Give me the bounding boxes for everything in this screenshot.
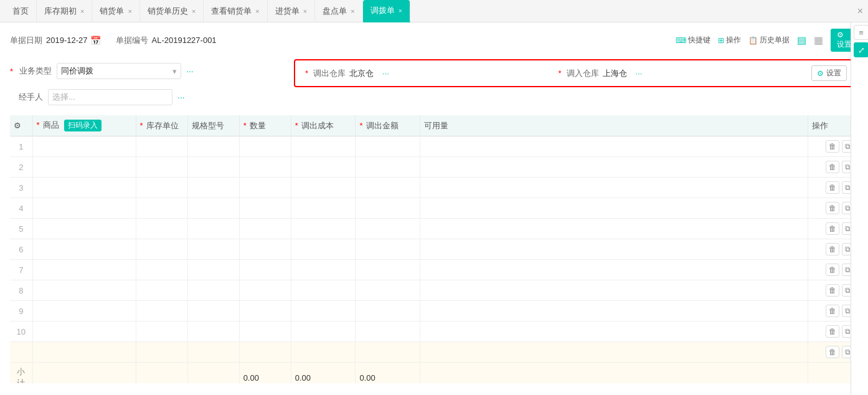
- delete-row-button[interactable]: 🗑: [826, 284, 839, 297]
- delete-row-button[interactable]: 🗑: [826, 140, 839, 153]
- calendar-icon[interactable]: 📅: [90, 36, 101, 45]
- amount-cell[interactable]: [356, 301, 420, 321]
- product-cell[interactable]: [32, 301, 136, 321]
- spec-cell[interactable]: [187, 219, 239, 239]
- delete-row-button[interactable]: 🗑: [826, 222, 839, 235]
- amount-cell[interactable]: [356, 157, 420, 178]
- delete-row-button[interactable]: 🗑: [826, 305, 839, 317]
- panel-list-button[interactable]: ≡: [854, 25, 868, 40]
- in-warehouse-value[interactable]: 上海仓: [603, 68, 627, 79]
- tab-inventory[interactable]: 盘点单 ×: [315, 0, 362, 22]
- tab-purchase[interactable]: 进货单 ×: [268, 0, 315, 22]
- qty-cell[interactable]: [239, 198, 291, 219]
- qty-cell[interactable]: [239, 178, 291, 198]
- cost-cell[interactable]: [291, 301, 356, 321]
- product-cell[interactable]: [32, 239, 136, 260]
- product-cell[interactable]: [32, 178, 136, 198]
- spec-cell[interactable]: [187, 260, 239, 280]
- tab-home[interactable]: 首页: [5, 0, 37, 22]
- handler-field[interactable]: 选择...: [48, 89, 172, 105]
- business-type-more-icon[interactable]: ···: [186, 66, 194, 76]
- tab-sales-order[interactable]: 销货单 ×: [92, 0, 139, 22]
- shortcut-btn[interactable]: ⌨ 快捷键: [676, 35, 710, 45]
- tab-transfer[interactable]: 调拨单 ×: [363, 0, 410, 22]
- delete-row-button[interactable]: 🗑: [826, 181, 839, 194]
- unit-cell[interactable]: [136, 321, 187, 342]
- product-cell[interactable]: [32, 219, 136, 239]
- unit-cell[interactable]: [136, 280, 187, 301]
- spec-cell[interactable]: [187, 136, 239, 157]
- amount-cell[interactable]: [356, 198, 420, 219]
- cost-cell[interactable]: [291, 198, 356, 219]
- cost-cell[interactable]: [291, 280, 356, 301]
- qty-cell[interactable]: [239, 260, 291, 280]
- cost-cell[interactable]: [291, 178, 356, 198]
- panel-expand-button[interactable]: ⤢: [854, 42, 868, 57]
- qty-cell[interactable]: [239, 136, 291, 157]
- amount-cell[interactable]: [356, 239, 420, 260]
- unit-cell[interactable]: [136, 178, 187, 198]
- tab-close-view-sales[interactable]: ×: [255, 7, 259, 15]
- unit-cell[interactable]: [136, 239, 187, 260]
- product-cell[interactable]: [32, 280, 136, 301]
- tab-close-stock-init[interactable]: ×: [80, 7, 84, 15]
- spec-cell[interactable]: [187, 239, 239, 260]
- unit-cell[interactable]: [136, 260, 187, 280]
- handler-more-icon[interactable]: ···: [177, 92, 185, 102]
- delete-row-button[interactable]: 🗑: [826, 346, 839, 358]
- unit-cell[interactable]: [136, 219, 187, 239]
- amount-cell[interactable]: [356, 280, 420, 301]
- amount-cell[interactable]: [356, 178, 420, 198]
- qty-cell[interactable]: [239, 280, 291, 301]
- product-cell[interactable]: [32, 342, 136, 363]
- delete-row-button[interactable]: 🗑: [826, 202, 839, 214]
- layout1-icon[interactable]: ▤: [797, 34, 806, 46]
- business-type-dropdown-icon[interactable]: ▾: [172, 67, 177, 76]
- in-warehouse-more-icon[interactable]: ···: [636, 69, 796, 78]
- amount-cell[interactable]: [356, 321, 420, 342]
- unit-cell[interactable]: [136, 342, 187, 363]
- unit-cell[interactable]: [136, 198, 187, 219]
- amount-cell[interactable]: [356, 219, 420, 239]
- history-btn[interactable]: 📋 历史单据: [748, 35, 790, 45]
- date-value[interactable]: 2019-12-27: [46, 36, 88, 45]
- product-cell[interactable]: [32, 321, 136, 342]
- window-close-button[interactable]: ×: [857, 6, 863, 17]
- operations-btn[interactable]: ⊞ 操作: [718, 35, 741, 45]
- cost-cell[interactable]: [291, 219, 356, 239]
- tab-sales-history[interactable]: 销货单历史 ×: [140, 0, 204, 22]
- amount-cell[interactable]: [356, 342, 420, 363]
- cost-cell[interactable]: [291, 321, 356, 342]
- spec-cell[interactable]: [187, 342, 239, 363]
- qty-cell[interactable]: [239, 239, 291, 260]
- tab-close-sales-history[interactable]: ×: [192, 7, 196, 15]
- qty-cell[interactable]: [239, 219, 291, 239]
- delete-row-button[interactable]: 🗑: [826, 161, 839, 173]
- product-cell[interactable]: [32, 198, 136, 219]
- qty-cell[interactable]: [239, 321, 291, 342]
- layout2-icon[interactable]: ▦: [814, 34, 823, 46]
- tab-close-inventory[interactable]: ×: [351, 7, 354, 15]
- tab-close-transfer[interactable]: ×: [399, 7, 402, 14]
- qty-cell[interactable]: [239, 157, 291, 178]
- cost-cell[interactable]: [291, 136, 356, 157]
- tab-view-sales[interactable]: 查看销货单 ×: [204, 0, 267, 22]
- spec-cell[interactable]: [187, 280, 239, 301]
- cost-cell[interactable]: [291, 260, 356, 280]
- out-warehouse-value[interactable]: 北京仓: [349, 68, 374, 79]
- business-type-field[interactable]: 同价调拨 ▾: [57, 63, 181, 79]
- qty-cell[interactable]: [239, 342, 291, 363]
- spec-cell[interactable]: [187, 321, 239, 342]
- spec-cell[interactable]: [187, 157, 239, 178]
- tab-close-sales-order[interactable]: ×: [128, 7, 131, 15]
- unit-cell[interactable]: [136, 157, 187, 178]
- unit-cell[interactable]: [136, 301, 187, 321]
- amount-cell[interactable]: [356, 136, 420, 157]
- product-cell[interactable]: [32, 260, 136, 280]
- cost-cell[interactable]: [291, 342, 356, 363]
- spec-cell[interactable]: [187, 178, 239, 198]
- scan-entry-button[interactable]: 扫码录入: [64, 120, 101, 131]
- unit-cell[interactable]: [136, 136, 187, 157]
- qty-cell[interactable]: [239, 301, 291, 321]
- delete-row-button[interactable]: 🗑: [826, 264, 839, 276]
